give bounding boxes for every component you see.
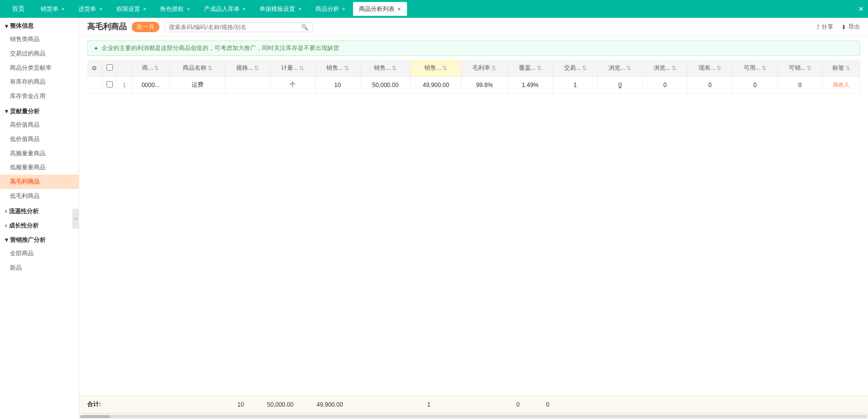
col-coverage-header[interactable]: 覆盖... ⇅ — [508, 60, 553, 77]
browse1-link[interactable]: 0 — [618, 82, 622, 89]
nav-product-inbound-tab[interactable]: 产成品入库单 × — [198, 2, 252, 16]
sidebar-group-fiscal[interactable]: ▾ 贡献量分析 — [0, 103, 79, 118]
scrollbar-thumb[interactable] — [80, 415, 110, 418]
nav-home-tab[interactable]: 首页 — [4, 4, 33, 13]
chevron-right-icon-2: › — [5, 222, 7, 229]
cell-checkbox[interactable] — [102, 77, 117, 93]
header-actions: ⤴ 分享 ⬇ 导出 — [817, 23, 860, 31]
nav-role-permission-tab[interactable]: 角色授权 × — [154, 2, 196, 16]
col-trade-count-header[interactable]: 交易... ⇅ — [553, 60, 598, 77]
col-unit-header[interactable]: 计量... ⇅ — [270, 60, 315, 77]
col-current-stock-header[interactable]: 现有... ⇅ — [688, 60, 733, 77]
nav-template-settings-tab[interactable]: 单据模板设置 × — [254, 2, 307, 16]
scrollbar-track[interactable] — [80, 415, 867, 418]
close-all-btn[interactable]: ✕ — [858, 5, 864, 13]
col-browse2-header[interactable]: 浏览... ⇅ — [643, 60, 688, 77]
cell-unit: 个 — [270, 77, 315, 93]
sort-icon-browse1: ⇅ — [626, 65, 631, 72]
sidebar-group-overall[interactable]: ▾ 整体信息 — [0, 18, 79, 32]
col-current-stock-sort: 现有... ⇅ — [699, 64, 721, 72]
nav-sales-close[interactable]: × — [61, 6, 64, 12]
select-all-checkbox[interactable] — [106, 64, 113, 71]
sidebar-item-low-margin[interactable]: 低毛利商品 — [0, 189, 79, 203]
cell-name: 运费 — [169, 77, 225, 93]
sidebar-item-low-freq[interactable]: 低频量量商品 — [0, 160, 79, 175]
sidebar-item-goods-contribution[interactable]: 商品分类贡献率 — [0, 61, 79, 75]
nav-permission-settings-tab[interactable]: 权限设置 × — [110, 2, 152, 16]
nav-permission-settings-close[interactable]: × — [143, 6, 146, 12]
sidebar-item-goods-in-stock[interactable]: 有库存的商品 — [0, 75, 79, 89]
sidebar-item-traded-goods[interactable]: 交易过的商品 — [0, 47, 79, 61]
export-btn[interactable]: ⬇ 导出 — [841, 23, 860, 31]
footer-available: 0 — [533, 401, 562, 408]
col-gear[interactable]: ⚙ — [87, 60, 102, 77]
col-sales-cost-header[interactable]: 销售... ⇅ — [410, 60, 461, 77]
search-input[interactable] — [169, 24, 299, 31]
col-available-label: 可用... — [744, 64, 761, 72]
col-gross-rate-header[interactable]: 毛利率 ⇅ — [461, 60, 508, 77]
sidebar-item-high-value[interactable]: 高价值商品 — [0, 118, 79, 132]
cell-actions — [87, 77, 102, 93]
col-saleable-header[interactable]: 可销... ⇅ — [777, 60, 822, 77]
col-browse1-header[interactable]: 浏览... ⇅ — [598, 60, 643, 77]
sort-icon-gross-rate: ⇅ — [491, 65, 496, 72]
nav-product-analysis-list-close[interactable]: × — [398, 6, 401, 12]
sidebar-group-marketing-label: 营销推广分析 — [10, 236, 46, 244]
nav-product-analysis-close[interactable]: × — [342, 6, 345, 12]
col-tag-header[interactable]: 标签 ⇅ — [822, 60, 860, 77]
cell-sales-amount: 50,000.00 — [360, 77, 410, 93]
content-header: 高毛利商品 近一月 🔍 ⤴ 分享 ⬇ 导出 — [79, 18, 868, 37]
col-checkbox-header[interactable] — [102, 60, 117, 77]
sort-icon-saleable: ⇅ — [807, 65, 812, 72]
col-spec-header[interactable]: 规格... ⇅ — [225, 60, 270, 77]
nav-role-permission-close[interactable]: × — [187, 6, 190, 12]
sort-icon-sales-qty: ⇅ — [344, 65, 349, 72]
cell-available: 0 — [732, 77, 777, 93]
nav-template-settings-label: 单据模板设置 — [259, 5, 295, 13]
sidebar-item-stock-capital[interactable]: 库存资金占用 — [0, 89, 79, 103]
nav-product-inbound-close[interactable]: × — [243, 6, 246, 12]
col-available-header[interactable]: 可用... ⇅ — [732, 60, 777, 77]
content-area: 高毛利商品 近一月 🔍 ⤴ 分享 ⬇ 导出 ✦ 企业的主要的利润都是这部分商品创… — [79, 18, 868, 419]
col-gross-rate-sort: 毛利率 ⇅ — [472, 64, 496, 72]
nav-product-analysis-tab[interactable]: 商品分析 × — [309, 2, 351, 16]
nav-product-analysis-list-tab[interactable]: 商品分析列表 × — [353, 2, 407, 16]
sidebar-group-trend[interactable]: › 流遥性分析 — [0, 203, 79, 218]
cell-browse2: 0 — [643, 77, 688, 93]
sidebar-group-fiscal-label: 贡献量分析 — [10, 107, 40, 116]
sidebar-item-high-margin[interactable]: 高毛利商品 — [0, 175, 79, 189]
sort-icon-unit: ⇅ — [299, 65, 304, 72]
bottom-scrollbar[interactable] — [79, 413, 868, 419]
col-sales-qty-header[interactable]: 销售... ⇅ — [315, 60, 360, 77]
sidebar-group-growth[interactable]: › 成长性分析 — [0, 218, 79, 232]
sidebar-item-sales-goods[interactable]: 销售类商品 — [0, 32, 79, 47]
nav-template-settings-close[interactable]: × — [298, 6, 301, 12]
col-sales-cost-label: 销售... — [424, 64, 441, 72]
col-unit-sort: 计量... ⇅ — [281, 64, 304, 72]
cell-trade-count: 1 — [553, 77, 598, 93]
nav-purchase-close[interactable]: × — [99, 6, 102, 12]
nav-purchase-tab[interactable]: 进货单 × — [72, 2, 108, 16]
col-coverage-sort: 覆盖... ⇅ — [519, 64, 542, 72]
sidebar-item-all-goods[interactable]: 全部商品 — [0, 246, 79, 261]
search-icon[interactable]: 🔍 — [301, 24, 308, 31]
col-spec-sort: 规格... ⇅ — [236, 64, 259, 72]
footer-coverage-spacer — [384, 401, 414, 408]
col-code-header[interactable]: 商... ⇅ — [132, 60, 169, 77]
filter-recent-month-btn[interactable]: 近一月 — [132, 22, 159, 32]
nav-purchase-label: 进货单 — [78, 5, 96, 13]
sort-icon-coverage: ⇅ — [537, 65, 542, 72]
col-sales-amount-header[interactable]: 销售... ⇅ — [360, 60, 410, 77]
export-label: 导出 — [848, 23, 860, 31]
sidebar-item-high-freq[interactable]: 高频量量商品 — [0, 146, 79, 161]
sidebar-group-marketing[interactable]: ▾ 营销推广分析 — [0, 232, 79, 246]
chevron-down-icon: ▾ — [5, 23, 8, 30]
share-btn[interactable]: ⤴ 分享 — [817, 23, 833, 31]
nav-sales-tab[interactable]: 销货单 × — [35, 2, 70, 16]
sidebar-item-new-goods[interactable]: 新品 — [0, 261, 79, 275]
cell-browse1[interactable]: 0 — [598, 77, 643, 93]
row-checkbox[interactable] — [106, 81, 113, 88]
sidebar-collapse-btn[interactable]: ‹‹ — [72, 209, 79, 229]
sidebar-item-low-value[interactable]: 低价值商品 — [0, 132, 79, 146]
col-name-header[interactable]: 商品名称 ⇅ — [169, 60, 225, 77]
